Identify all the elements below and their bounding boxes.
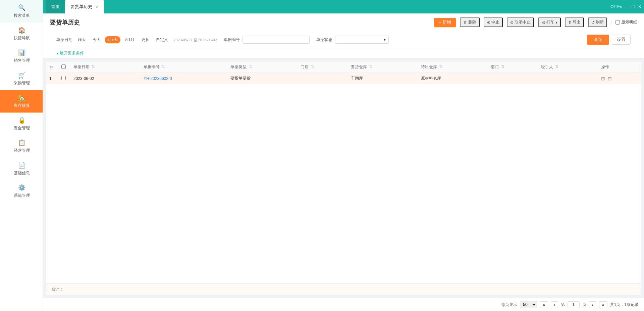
sidebar-item-inventory[interactable]: 🏡库存核算 bbox=[0, 90, 43, 113]
sidebar-item-purchase[interactable]: 🛒采购管理 bbox=[0, 68, 43, 90]
select-all-checkbox[interactable] bbox=[61, 64, 66, 69]
expand-more-row[interactable]: ▾ 展开更多条件 bbox=[50, 48, 637, 58]
first-page-btn[interactable]: « bbox=[540, 301, 548, 308]
page-title: 要货单历史 bbox=[50, 18, 80, 27]
delete-icon: 🗑 bbox=[463, 20, 467, 25]
toolbar: + 新增 🗑 删除 ⊗ 中止 ⊘ 取消中止 🖨 打 bbox=[434, 17, 637, 27]
filter-area: 单据日期 昨天 今天 近7天 近1月 更多 自定义 2023-05-27 至 2… bbox=[50, 31, 637, 48]
suspend-icon: ⊗ bbox=[487, 20, 490, 25]
col-store[interactable]: 门店 ⇅ bbox=[297, 61, 347, 73]
minimize-btn[interactable]: — bbox=[625, 4, 629, 9]
display-detail-checkbox-label: 显示明细 bbox=[615, 19, 637, 25]
date-opt-yesterday[interactable]: 昨天 bbox=[75, 36, 89, 43]
search-menu-icon: 🔍 bbox=[18, 4, 25, 11]
table-container: ⚙ 单据日期 ⇅ 单据编号 ⇅ 单据类型 bbox=[46, 61, 641, 295]
sidebar-label-purchase: 采购管理 bbox=[14, 80, 30, 86]
row-action-more-icon[interactable]: ⊟ bbox=[608, 76, 612, 81]
col-pending-warehouse[interactable]: 待出仓库 ⇅ bbox=[418, 61, 488, 73]
prev-page-btn[interactable]: ‹ bbox=[551, 301, 558, 308]
date-options: 昨天 今天 近7天 近1月 更多 自定义 bbox=[75, 36, 171, 43]
top-bar: 首页 要货单历史 ✕ OfTEn — ❐ ✕ bbox=[43, 0, 644, 13]
date-opt-more[interactable]: 更多 bbox=[139, 36, 152, 43]
base-info-icon: 📄 bbox=[18, 162, 25, 169]
status-select[interactable]: ▾ bbox=[335, 36, 389, 44]
status-select-arrow: ▾ bbox=[384, 37, 386, 42]
tab-home[interactable]: 首页 bbox=[46, 0, 65, 13]
sidebar: 🔍搜索菜单🏠快捷导航📊销售管理🛒采购管理🏡库存核算🔒资金管理📋经营管理📄基础信息… bbox=[0, 0, 43, 311]
row-action-view-icon[interactable]: ⊞ bbox=[601, 76, 605, 81]
sidebar-item-base-info[interactable]: 📄基础信息 bbox=[0, 158, 43, 180]
tab-requisition-history[interactable]: 要货单历史 ✕ bbox=[65, 0, 104, 13]
refresh-button[interactable]: ↺ 刷新 bbox=[588, 17, 607, 27]
doc-number-filter-group: 单据编号 bbox=[224, 36, 310, 44]
row-select-checkbox[interactable] bbox=[61, 76, 66, 80]
doc-number-input[interactable] bbox=[243, 36, 310, 44]
sidebar-item-sales[interactable]: 📊销售管理 bbox=[0, 45, 43, 68]
cancel-suspend-button[interactable]: ⊘ 取消中止 bbox=[507, 17, 534, 27]
sales-icon: 📊 bbox=[18, 49, 25, 56]
row-doc-num-link[interactable]: YH-20230602-0 bbox=[144, 76, 172, 81]
data-table: ⚙ 单据日期 ⇅ 单据编号 ⇅ 单据类型 bbox=[46, 61, 641, 84]
col-doc-num[interactable]: 单据编号 ⇅ bbox=[140, 61, 227, 73]
cancel-suspend-icon: ⊘ bbox=[510, 20, 514, 25]
date-opt-today[interactable]: 今天 bbox=[90, 36, 103, 43]
sidebar-item-finance[interactable]: 🔒资金管理 bbox=[0, 113, 43, 135]
export-button[interactable]: ⬆ 导出 bbox=[565, 17, 584, 27]
row-handler bbox=[538, 73, 598, 84]
per-page-select[interactable]: 50 100 200 bbox=[520, 301, 537, 308]
sidebar-item-system[interactable]: ⚙️系统管理 bbox=[0, 180, 43, 203]
main-area: 首页 要货单历史 ✕ OfTEn — ❐ ✕ 要货单历史 + 新增 🗑 删除 bbox=[43, 0, 644, 311]
date-filter-group: 单据日期 昨天 今天 近7天 近1月 更多 自定义 2023-05-27 至 2… bbox=[56, 36, 217, 43]
tab-home-label: 首页 bbox=[51, 4, 60, 10]
row-department bbox=[487, 73, 537, 84]
print-dropdown-icon: ▾ bbox=[555, 20, 557, 25]
sort-reqwh-icon: ⇅ bbox=[369, 64, 372, 69]
query-button[interactable]: 查询 bbox=[587, 35, 609, 45]
expand-label: 展开更多条件 bbox=[60, 50, 84, 56]
sidebar-label-finance: 资金管理 bbox=[14, 125, 30, 131]
col-date[interactable]: 单据日期 ⇅ bbox=[70, 61, 140, 73]
restore-btn[interactable]: ❐ bbox=[632, 4, 635, 9]
last-page-btn[interactable]: » bbox=[599, 301, 607, 308]
new-button[interactable]: + 新增 bbox=[434, 18, 456, 27]
col-settings[interactable]: ⚙ bbox=[46, 61, 58, 73]
sidebar-label-operations: 经营管理 bbox=[14, 148, 30, 153]
row-date: 2023-06-02 bbox=[70, 73, 140, 84]
sidebar-item-operations[interactable]: 📋经营管理 bbox=[0, 135, 43, 158]
row-index: 1 bbox=[46, 73, 58, 84]
date-opt-1month[interactable]: 近1月 bbox=[122, 36, 138, 43]
next-page-btn[interactable]: › bbox=[589, 301, 596, 308]
display-detail-checkbox[interactable] bbox=[615, 20, 620, 25]
row-store bbox=[297, 73, 347, 84]
sort-doctype-icon: ⇅ bbox=[249, 64, 252, 69]
date-opt-7days[interactable]: 近7天 bbox=[105, 36, 120, 43]
print-icon: 🖨 bbox=[541, 20, 545, 25]
expand-icon: ▾ bbox=[56, 51, 58, 56]
page-label: 第 bbox=[561, 302, 565, 308]
tab-close-icon[interactable]: ✕ bbox=[96, 5, 99, 9]
settings-button[interactable]: 设置 bbox=[612, 35, 631, 45]
table-empty-space bbox=[46, 84, 641, 283]
page-number-input[interactable] bbox=[568, 301, 580, 308]
col-req-warehouse[interactable]: 要货仓库 ⇅ bbox=[347, 61, 418, 73]
pagination-bar: 每页显示 50 100 200 « ‹ 第 页 › » 共1页，1条记录 bbox=[43, 298, 644, 311]
tab-requisition-label: 要货单历史 bbox=[70, 4, 92, 10]
close-btn[interactable]: ✕ bbox=[638, 4, 641, 9]
sidebar-label-system: 系统管理 bbox=[14, 193, 30, 198]
col-department[interactable]: 部门 ⇅ bbox=[487, 61, 537, 73]
delete-button[interactable]: 🗑 删除 bbox=[460, 17, 480, 27]
col-checkbox bbox=[58, 61, 70, 73]
sidebar-label-search-menu: 搜索菜单 bbox=[14, 13, 30, 18]
divider bbox=[611, 20, 611, 25]
suspend-button[interactable]: ⊗ 中止 bbox=[484, 17, 503, 27]
col-handler[interactable]: 经手人 ⇅ bbox=[538, 61, 598, 73]
date-opt-custom[interactable]: 自定义 bbox=[153, 36, 171, 43]
col-doc-type[interactable]: 单据类型 ⇅ bbox=[227, 61, 297, 73]
sidebar-item-search-menu[interactable]: 🔍搜索菜单 bbox=[0, 0, 43, 23]
sort-dept-icon: ⇅ bbox=[501, 64, 504, 69]
print-button[interactable]: 🖨 打印 ▾ bbox=[538, 17, 561, 27]
sidebar-label-inventory: 库存核算 bbox=[14, 103, 30, 108]
date-range-text: 2023-05-27 至 2023-06-02 bbox=[173, 38, 217, 43]
sidebar-item-quick-nav[interactable]: 🏠快捷导航 bbox=[0, 23, 43, 45]
top-bar-right: OfTEn — ❐ ✕ bbox=[610, 4, 641, 9]
